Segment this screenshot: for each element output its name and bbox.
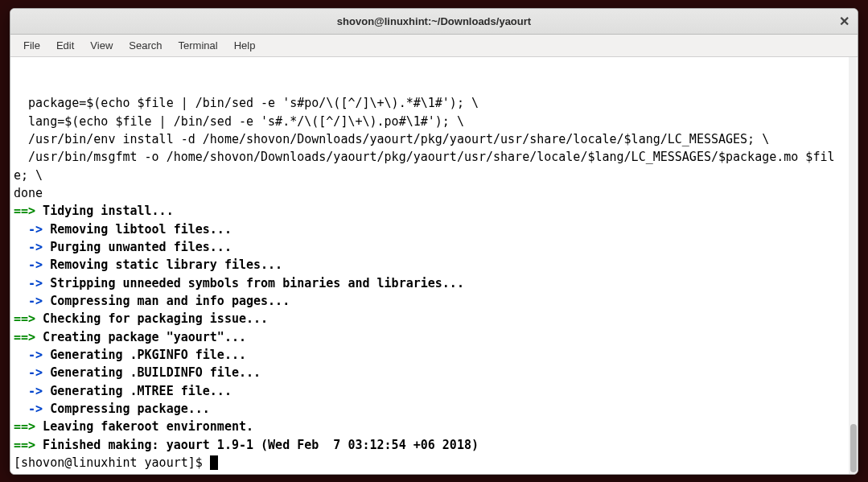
menu-file[interactable]: File (15, 36, 48, 55)
terminal-line-major: ==> Creating package "yaourt"... (14, 328, 845, 346)
terminal-window: shovon@linuxhint:~/Downloads/yaourt ✕ Fi… (10, 8, 858, 475)
menu-help[interactable]: Help (226, 36, 264, 55)
terminal-line: lang=$(echo $file | /bin/sed -e 's#.*/\(… (14, 113, 845, 130)
terminal-line-minor: -> Generating .BUILDINFO file... (14, 364, 845, 381)
terminal-line-major: ==> Leaving fakeroot environment. (14, 418, 845, 435)
window-title: shovon@linuxhint:~/Downloads/yaourt (337, 15, 531, 27)
menubar: File Edit View Search Terminal Help (10, 35, 858, 57)
menu-edit[interactable]: Edit (48, 36, 82, 55)
menu-terminal[interactable]: Terminal (171, 36, 226, 55)
terminal-area[interactable]: package=$(echo $file | /bin/sed -e 's#po… (10, 57, 858, 474)
terminal-line: /usr/bin/msgfmt -o /home/shovon/Download… (14, 148, 845, 184)
scrollbar-thumb[interactable] (850, 424, 857, 472)
terminal-prompt: [shovon@linuxhint yaourt]$ (14, 455, 210, 470)
close-icon[interactable]: ✕ (837, 14, 851, 28)
terminal-line-major: ==> Tidying install... (14, 202, 845, 220)
menu-search[interactable]: Search (121, 36, 170, 55)
scrollbar[interactable] (849, 57, 857, 474)
terminal-line: package=$(echo $file | /bin/sed -e 's#po… (14, 94, 845, 112)
terminal-line-major: ==> Finished making: yaourt 1.9-1 (Wed F… (14, 436, 845, 454)
terminal-line-minor: -> Compressing man and info pages... (14, 292, 845, 310)
menu-view[interactable]: View (82, 36, 121, 55)
titlebar[interactable]: shovon@linuxhint:~/Downloads/yaourt ✕ (10, 9, 858, 35)
terminal-line: /usr/bin/env install -d /home/shovon/Dow… (14, 130, 845, 148)
terminal-line-minor: -> Purging unwanted files... (14, 238, 845, 256)
terminal-line-major: ==> Checking for packaging issue... (14, 310, 845, 328)
terminal-line: done (14, 184, 845, 202)
terminal-line-minor: -> Removing static library files... (14, 256, 845, 274)
terminal-line-minor: -> Generating .PKGINFO file... (14, 346, 845, 364)
terminal-prompt-line: [shovon@linuxhint yaourt]$ (14, 454, 845, 472)
terminal-line-minor: -> Stripping unneeded symbols from binar… (14, 274, 845, 292)
terminal-line-minor: -> Generating .MTREE file... (14, 382, 845, 400)
terminal-line-minor: -> Removing libtool files... (14, 220, 845, 238)
terminal-line-minor: -> Compressing package... (14, 400, 845, 418)
terminal-cursor (210, 455, 218, 470)
